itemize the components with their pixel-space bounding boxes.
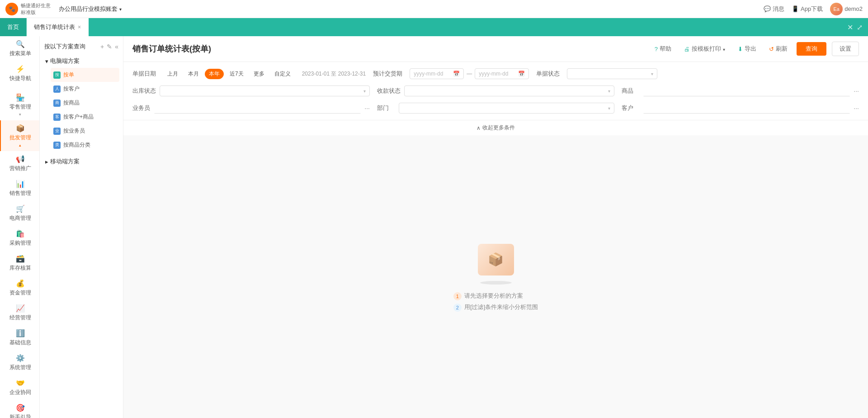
left-panel-header: 按以下方案查询 + ✎ «: [40, 41, 123, 54]
product-more-icon[interactable]: ···: [854, 87, 859, 95]
tree-desktop-schemes[interactable]: ▾ 电脑端方案: [43, 54, 119, 68]
help-icon: ?: [655, 46, 658, 52]
left-panel: 按以下方案查询 + ✎ « ▾ 电脑端方案 按 按单 人 按客户: [40, 36, 123, 418]
filter-row-date: 单据日期 上月 本月 本年 近7天 更多 自定义 2023-01-01 至 20…: [132, 68, 859, 79]
sidebar-item-guide[interactable]: 🎯 新手引导: [0, 400, 39, 418]
out-status-field: 出库状态: [132, 86, 370, 96]
export-button[interactable]: ⬇ 导出: [734, 43, 760, 55]
tab-close-window-icon[interactable]: ✕: [847, 23, 853, 32]
sidebar-quick-nav[interactable]: ⚡ 快捷导航: [0, 61, 39, 86]
messages-button[interactable]: 💬 消息: [764, 5, 784, 13]
top-bar-actions: 💬 消息 📱 App下载 Ea demo2: [764, 3, 863, 15]
payment-status-label: 收款状态: [377, 87, 401, 95]
filter-row-status: 出库状态 收款状态 商品 ···: [132, 86, 859, 96]
sidebar-item-marketing[interactable]: 📢 营销推广: [0, 151, 39, 176]
user-profile[interactable]: Ea demo2: [830, 3, 863, 15]
tree-child-by-order[interactable]: 按 按单: [51, 68, 119, 82]
logo-icon: 🐾: [5, 3, 18, 15]
date-range-display: 2023-01-01 至 2023-12-31: [302, 70, 366, 78]
empty-state: 📦 1 请先选择要分析的方案 2 用[过滤]条件来缩小分析范围: [123, 135, 868, 418]
edit-scheme-button[interactable]: ✎: [107, 43, 112, 50]
date-pill-custom[interactable]: 自定义: [270, 69, 295, 79]
sidebar-item-ecommerce[interactable]: 🛒 电商管理: [0, 201, 39, 226]
page-header: 销售订单统计表(按单) ? 帮助 🖨 按模板打印 ⬇ 导出 ↺ 刷新: [123, 36, 868, 62]
filter-area: 单据日期 上月 本月 本年 近7天 更多 自定义 2023-01-01 至 20…: [123, 62, 868, 120]
scheme-icon-order: 按: [53, 71, 61, 79]
order-status-select[interactable]: [567, 68, 657, 79]
date-separator: —: [467, 71, 472, 77]
workspace-selector[interactable]: 办公用品行业模拟账套: [55, 3, 125, 15]
search-icon: 🔍: [16, 40, 25, 48]
sidebar-item-basics[interactable]: ℹ️ 基础信息: [0, 325, 39, 350]
download-icon: 📱: [792, 5, 799, 12]
tab-sales-order-stats[interactable]: 销售订单统计表 ×: [27, 18, 89, 36]
tree-mobile-expand-icon: ▸: [45, 158, 48, 165]
date-pill-more[interactable]: 更多: [250, 69, 269, 79]
page-header-actions: ? 帮助 🖨 按模板打印 ⬇ 导出 ↺ 刷新 查询 设置: [651, 42, 859, 62]
print-icon: 🖨: [684, 46, 690, 52]
product-input[interactable]: [643, 86, 850, 96]
query-button[interactable]: 查询: [797, 42, 826, 56]
product-field: 商品 ···: [622, 86, 859, 96]
collapse-panel-button[interactable]: «: [115, 43, 118, 50]
date-pill-this-month[interactable]: 本月: [184, 69, 203, 79]
tab-expand-icon[interactable]: ⤢: [857, 23, 863, 32]
department-select[interactable]: [399, 103, 614, 114]
tree-mobile-schemes[interactable]: ▸ 移动端方案: [43, 155, 119, 168]
sidebar-item-retail[interactable]: 🏪 零售管理 ▾: [0, 90, 39, 120]
customer-more-icon[interactable]: ···: [854, 104, 859, 112]
salesperson-more-icon[interactable]: ···: [364, 104, 370, 112]
left-panel-actions: + ✎ «: [100, 43, 118, 50]
customer-input[interactable]: [643, 103, 850, 114]
out-status-select[interactable]: [160, 86, 370, 96]
help-button[interactable]: ? 帮助: [651, 43, 675, 55]
empty-hints: 1 请先选择要分析的方案 2 用[过滤]条件来缩小分析范围: [453, 292, 538, 314]
tab-home[interactable]: 首页: [0, 18, 27, 36]
logo-area: 🐾 畅捷通好生意 标准版: [5, 2, 51, 15]
tab-close-icon[interactable]: ×: [78, 24, 81, 30]
salesperson-input[interactable]: [154, 103, 361, 114]
page-title: 销售订单统计表(按单): [132, 43, 211, 60]
print-button[interactable]: 🖨 按模板打印: [680, 43, 729, 55]
sidebar-item-wholesale[interactable]: 📦 批发管理 ▴: [0, 120, 39, 151]
tree-child-by-category[interactable]: 类 按商品分类: [51, 138, 119, 152]
hint-number-1: 1: [453, 292, 462, 300]
collapse-bar[interactable]: ∧ 收起更多条件: [123, 120, 868, 135]
date-pill-this-year[interactable]: 本年: [205, 69, 224, 79]
department-label: 部门: [377, 104, 395, 112]
calendar-end-icon: 📅: [518, 71, 525, 77]
customer-field: 客户 ···: [622, 103, 859, 114]
empty-illustration: 📦: [469, 239, 523, 285]
refresh-button[interactable]: ↺ 刷新: [765, 43, 791, 55]
scheme-icon-salesperson: 业: [53, 128, 61, 135]
delivery-date-start[interactable]: yyyy-mm-dd 📅: [410, 68, 464, 79]
payment-status-select[interactable]: [404, 86, 614, 96]
sidebar-item-sales[interactable]: 📊 销售管理: [0, 176, 39, 201]
tree-child-by-customer-product[interactable]: 客 按客户+商品: [51, 110, 119, 124]
tree-child-by-salesperson[interactable]: 业 按业务员: [51, 124, 119, 138]
empty-hint-1: 1 请先选择要分析的方案: [453, 292, 538, 300]
empty-hint-2: 2 用[过滤]条件来缩小分析范围: [453, 303, 538, 312]
sidebar-search-menu[interactable]: 🔍 搜索菜单: [0, 36, 39, 61]
sidebar-item-finance[interactable]: 💰 资金管理: [0, 276, 39, 300]
sidebar-item-operations[interactable]: 📈 经营管理: [0, 300, 39, 325]
sidebar-item-system[interactable]: ⚙️ 系统管理: [0, 350, 39, 375]
add-scheme-button[interactable]: +: [100, 43, 104, 50]
delivery-date-end[interactable]: yyyy-mm-dd 📅: [475, 68, 529, 79]
customer-label: 客户: [622, 104, 640, 112]
sidebar-item-enterprise[interactable]: 🤝 企业协同: [0, 375, 39, 400]
out-status-label: 出库状态: [132, 87, 156, 95]
message-icon: 💬: [764, 5, 771, 12]
tree-child-by-product[interactable]: 商 按商品: [51, 96, 119, 110]
settings-button[interactable]: 设置: [832, 42, 859, 56]
tree-child-by-customer[interactable]: 人 按客户: [51, 82, 119, 96]
scheme-icon-customer: 人: [53, 86, 61, 93]
app-download-button[interactable]: 📱 App下载: [792, 5, 823, 13]
hint-number-2: 2: [453, 304, 462, 312]
top-bar: 🐾 畅捷通好生意 标准版 办公用品行业模拟账套 💬 消息 📱 App下载 Ea …: [0, 0, 868, 18]
sidebar-item-inventory[interactable]: 🗃️ 库存核算: [0, 251, 39, 276]
date-pill-7days[interactable]: 近7天: [226, 69, 248, 79]
sidebar-item-purchase[interactable]: 🛍️ 采购管理: [0, 226, 39, 251]
date-pill-last-month[interactable]: 上月: [163, 69, 182, 79]
collapse-icon: ∧: [476, 125, 481, 131]
